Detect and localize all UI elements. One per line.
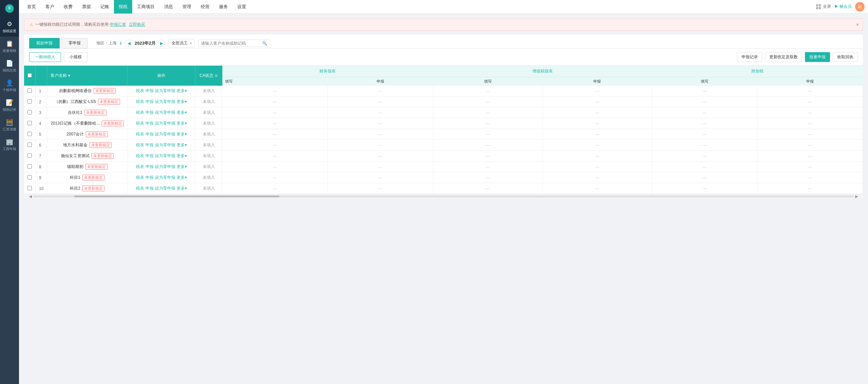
op-more-btn[interactable]: 更多▾ [177,88,187,93]
op-申报-btn[interactable]: 申报 [145,164,154,169]
op-申报-btn[interactable]: 申报 [145,99,154,104]
row-col-1: — [328,129,433,140]
op-设为零申报-btn[interactable]: 设为零申报 [155,132,175,136]
op-more-btn[interactable]: 更多▾ [177,186,187,191]
row-checkbox-5[interactable] [27,143,32,147]
scroll-left-btn[interactable]: ◀ [27,194,33,198]
op-申报-btn[interactable]: 申报 [145,153,154,158]
op-税表-btn[interactable]: 税表 [136,153,144,158]
nav-manage[interactable]: 管理 [178,0,196,14]
date-prev-btn[interactable]: ◀ [125,40,133,47]
sidebar-item-settlement[interactable]: 🧮 汇算清缴 [0,115,19,135]
sidebar-item-tax-settings[interactable]: ⚙ 报税设置 [0,17,19,37]
sort-icon[interactable]: ▾ [68,73,70,78]
row-checkbox-9[interactable] [27,186,32,190]
row-checkbox-8[interactable] [27,175,32,179]
op-more-btn[interactable]: 更多▾ [177,164,187,169]
op-设为零申报-btn[interactable]: 设为零申报 [155,88,175,93]
tab-tax-declaration[interactable]: 税款申报 [29,38,60,48]
row-num: 6 [36,140,47,151]
op-申报-btn[interactable]: 申报 [145,175,154,180]
op-申报-btn[interactable]: 申报 [145,186,154,191]
op-more-btn[interactable]: 更多▾ [177,175,187,180]
notice-close-btn[interactable]: ✕ [856,22,859,27]
op-设为零申报-btn[interactable]: 设为零申报 [155,164,175,169]
op-设为零申报-btn[interactable]: 设为零申报 [155,110,175,115]
search-input[interactable] [201,41,262,46]
op-税表-btn[interactable]: 税表 [136,175,144,180]
batch-apply-btn[interactable]: 批量申报 [805,52,830,62]
op-设为零申报-btn[interactable]: 设为零申报 [155,99,175,104]
row-col-5: — [757,140,863,151]
nav-client[interactable]: 客户 [41,0,59,14]
row-col-2: — [433,97,542,107]
row-checkbox-0[interactable] [27,88,32,93]
op-设为零申报-btn[interactable]: 设为零申报 [155,175,175,180]
nav-business[interactable]: 工商项目 [132,0,159,14]
op-税表-btn[interactable]: 税表 [136,143,144,147]
op-税表-btn[interactable]: 税表 [136,110,144,115]
op-more-btn[interactable]: 更多▾ [177,121,187,126]
op-申报-btn[interactable]: 申报 [145,121,154,126]
op-more-btn[interactable]: 更多▾ [177,153,187,158]
op-more-btn[interactable]: 更多▾ [177,132,187,136]
op-设为零申报-btn[interactable]: 设为零申报 [155,186,175,191]
nav-account[interactable]: 记账 [96,0,114,14]
update-btn[interactable]: 更新统定及取数 [765,52,802,62]
fullscreen-btn[interactable]: 全屏 [816,4,831,9]
sidebar-item-personal-tax[interactable]: 👤 个税申报 [0,76,19,95]
sidebar-item-tax-overview[interactable]: 📄 报税总览 [0,56,19,76]
svg-rect-3 [819,5,821,6]
row-checkbox-2[interactable] [27,110,32,114]
op-税表-btn[interactable]: 税表 [136,186,144,191]
scroll-track[interactable] [33,195,854,197]
staff-filter-select[interactable]: 全部员工 ▾ [169,39,195,47]
op-税表-btn[interactable]: 税表 [136,121,144,126]
search-icon[interactable]: 🔍 [262,41,267,46]
row-checkbox-7[interactable] [27,164,32,169]
tab-zero-declaration[interactable]: 零申报 [61,38,88,48]
op-税表-btn[interactable]: 税表 [136,164,144,169]
nav-home[interactable]: 首页 [22,0,41,14]
scroll-right-btn[interactable]: ▶ [854,194,860,198]
nav-invoice[interactable]: 票据 [77,0,96,14]
op-设为零申报-btn[interactable]: 设为零申报 [155,121,175,126]
sub-tab-general[interactable]: 一般纳税人 [29,52,61,62]
nav-fee[interactable]: 收费 [59,0,77,14]
nav-settings[interactable]: 设置 [233,0,251,14]
op-more-btn[interactable]: 更多▾ [177,110,187,115]
op-申报-btn[interactable]: 申报 [145,143,154,147]
select-all-checkbox[interactable] [27,73,32,78]
op-more-btn[interactable]: 更多▾ [177,143,187,147]
nav-service[interactable]: 服务 [214,0,233,14]
op-设为零申报-btn[interactable]: 设为零申报 [155,153,175,158]
row-checkbox-4[interactable] [27,132,32,136]
date-next-btn[interactable]: ▶ [158,40,165,47]
info-icon[interactable]: ℹ [120,41,122,46]
sidebar-item-batch-tax[interactable]: 📋 批量报税 [0,37,19,56]
notice-link2[interactable]: 立即购买 [129,22,145,27]
op-申报-btn[interactable]: 申报 [145,88,154,93]
row-ops: 税表申报设为零申报更多▾ [127,97,195,107]
row-checkbox-3[interactable] [27,121,32,125]
row-checkbox-6[interactable] [27,153,32,158]
op-申报-btn[interactable]: 申报 [145,110,154,115]
nav-tax[interactable]: 报税 [114,0,132,14]
op-税表-btn[interactable]: 税表 [136,88,144,93]
sidebar-item-tax-records[interactable]: 📝 报税记录 [0,95,19,115]
member-btn[interactable]: ▶ 畅会员 [834,4,852,9]
nav-message[interactable]: 消息 [159,0,178,14]
op-税表-btn[interactable]: 税表 [136,132,144,136]
row-checkbox-1[interactable] [27,99,32,104]
sidebar-item-annual-report[interactable]: 🏢 工商年报 [0,135,19,154]
nav-operation[interactable]: 经营 [196,0,214,14]
notice-link1[interactable]: 申报汇签 [110,22,126,27]
sub-tab-small[interactable]: 小规模 [64,52,87,62]
table-body: 1勿删新税网络通信未更新核定税表申报设为零申报更多▾未填入——————2（勿删）… [24,86,863,194]
retrieve-btn[interactable]: 收取回执 [833,52,858,62]
op-税表-btn[interactable]: 税表 [136,99,144,104]
op-设为零申报-btn[interactable]: 设为零申报 [155,143,175,147]
record-btn[interactable]: 申报记录 [737,52,762,62]
op-申报-btn[interactable]: 申报 [145,132,154,136]
op-more-btn[interactable]: 更多▾ [177,99,187,104]
